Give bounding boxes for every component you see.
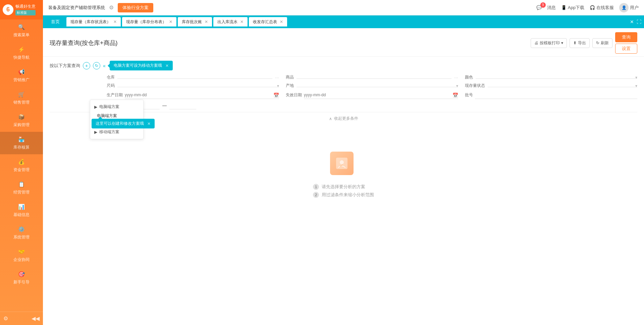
- expire-date-input[interactable]: [304, 91, 458, 99]
- warehouse-dots-icon[interactable]: ···: [275, 75, 279, 80]
- tab-close-icon[interactable]: ✕: [169, 19, 172, 24]
- tab-close-icon[interactable]: ✕: [205, 19, 208, 24]
- tab-close-icon[interactable]: ✕: [240, 19, 244, 24]
- sidebar-item-sales[interactable]: 🛒 销售管理: [0, 87, 43, 109]
- collapse-sidebar-icon[interactable]: ◀◀: [32, 315, 40, 322]
- sidebar-item-operations[interactable]: 📋 经营管理: [0, 177, 43, 199]
- tab-close-icon[interactable]: ✕: [113, 19, 117, 24]
- scheme-mobile-expand-icon: ▶: [94, 130, 97, 134]
- tab-expand-icon[interactable]: ⛶: [637, 19, 641, 24]
- expire-date-calendar-icon[interactable]: 📅: [452, 93, 458, 98]
- export-button[interactable]: ⬆ 导出: [570, 38, 590, 48]
- filter-add-button[interactable]: +: [83, 62, 90, 69]
- quicknav-icon: ⚡: [18, 46, 25, 53]
- inventory-icon: 🏪: [18, 136, 25, 143]
- filter-bottom-row: 现存量（主） —: [107, 102, 637, 112]
- system-icon: ⚙️: [18, 226, 25, 233]
- top-header: 装备及固定资产辅助管理系统 ⚙ 体验行业方案 💬 9 消息 📱 App下载 🎧 …: [43, 0, 644, 15]
- refresh-label: 刷新: [601, 40, 609, 46]
- sidebar-item-purchase[interactable]: 📦 采购管理: [0, 109, 43, 132]
- origin-dropdown-icon: ▾: [456, 84, 458, 88]
- sidebar-item-system[interactable]: ⚙️ 系统管理: [0, 222, 43, 244]
- print-icon: 🖨: [534, 41, 538, 45]
- sidebar-item-quicknav[interactable]: ⚡ 快捷导航: [0, 42, 43, 64]
- sidebar-item-label: 基础信息: [13, 212, 30, 218]
- stock-max-input[interactable]: [169, 102, 196, 109]
- sidebar-item-label: 营销推广: [13, 77, 30, 83]
- stock-status-dropdown-icon: ▾: [635, 84, 637, 88]
- system-settings-icon[interactable]: ⚙: [109, 4, 114, 11]
- scheme-edit-tooltip: 这里可以创建和修改方案哦 ✕: [92, 119, 155, 128]
- guide-icon: 🎯: [18, 271, 25, 278]
- tooltip2-close[interactable]: ✕: [147, 121, 151, 126]
- scheme-pc-header[interactable]: ▶ 电脑端方案: [90, 103, 143, 111]
- app-download-action[interactable]: 📱 App下载: [561, 5, 584, 11]
- sidebar-item-finance[interactable]: 💰 资金管理: [0, 154, 43, 177]
- sidebar-item-label: 经营管理: [13, 189, 30, 195]
- scheme-mobile-header[interactable]: ▶ 移动端方案: [90, 128, 143, 136]
- empty-state: 1 请先选择要分析的方案 2 用过滤条件来缩小分析范围: [43, 125, 644, 225]
- tab-batch-account[interactable]: 库存批次账 ✕: [178, 17, 212, 26]
- filter-refresh-button[interactable]: ↻: [93, 62, 100, 69]
- batch-input[interactable]: [475, 91, 637, 99]
- messages-action[interactable]: 💬 9 消息: [536, 5, 556, 11]
- phone-icon: 📱: [561, 5, 567, 10]
- collapse-up-icon: ∧: [329, 116, 332, 121]
- refresh-button[interactable]: ↻ 刷新: [592, 38, 612, 48]
- experience-button[interactable]: 体验行业方案: [118, 3, 153, 12]
- system-name: 装备及固定资产辅助管理系统: [48, 5, 105, 11]
- color-dropdown-icon: ▾: [635, 75, 637, 80]
- query-button[interactable]: 查询: [615, 32, 637, 42]
- sidebar-item-marketing[interactable]: 📢 营销推广: [0, 64, 43, 87]
- user-label: 用户: [630, 5, 639, 11]
- tooltip2-text: 这里可以创建和修改方案哦: [96, 121, 144, 126]
- sidebar-bottom: ⚙ ◀◀: [0, 312, 43, 325]
- sidebar-item-label: 库存核算: [13, 145, 30, 150]
- tab-label: 库存批次账: [182, 19, 202, 25]
- sidebar-logo[interactable]: 6 畅通好生意 标准版: [0, 0, 43, 19]
- tooltip1-close[interactable]: ✕: [165, 63, 169, 68]
- filter-row-2: 尺码 ▾ 产地 ▾: [107, 83, 637, 91]
- tab-summary[interactable]: 收发存汇总表 ✕: [249, 17, 287, 26]
- stock-status-label: 现存量状态: [465, 83, 485, 89]
- sidebar-item-basic-info[interactable]: 📊 基础信息: [0, 199, 43, 222]
- tab-home[interactable]: 首页: [46, 15, 65, 28]
- produce-date-calendar-icon[interactable]: 📅: [273, 93, 279, 98]
- tab-label: 收发存汇总表: [253, 19, 277, 25]
- brand-badge: 标准版: [15, 10, 36, 15]
- export-label: 导出: [578, 40, 586, 46]
- sidebar: 6 畅通好生意 标准版 🔍 搜索菜单 ⚡ 快捷导航 📢 营销推广 🛒 销售管理 …: [0, 0, 43, 325]
- settings-bottom-icon[interactable]: ⚙: [3, 315, 8, 322]
- user-action[interactable]: 👤 用户: [619, 3, 639, 12]
- scheme-pc-label: 电脑端方案: [99, 104, 119, 110]
- print-button[interactable]: 🖨 按模板打印 ▾: [531, 38, 567, 48]
- goods-dots-icon[interactable]: ···: [454, 75, 458, 80]
- sidebar-item-collaboration[interactable]: 🤝 企业协同: [0, 244, 43, 267]
- basic-info-icon: 📊: [18, 203, 25, 211]
- tab-close-all-icon[interactable]: ✕: [630, 19, 634, 24]
- sidebar-item-search[interactable]: 🔍 搜索菜单: [0, 19, 43, 42]
- sidebar-item-inventory[interactable]: 🏪 库存核算: [0, 132, 43, 154]
- sidebar-item-label: 资金管理: [13, 167, 30, 173]
- scheme-expand-icon: ▶: [94, 105, 97, 109]
- scheme-mobile-label: 移动端方案: [99, 129, 119, 135]
- tip2-text: 用过滤条件来缩小分析范围: [322, 192, 374, 198]
- avatar: 👤: [619, 3, 629, 12]
- color-label: 颜色: [465, 74, 473, 80]
- online-support-action[interactable]: 🎧 在线客服: [590, 5, 614, 11]
- produce-date-field: 生产日期 📅: [107, 91, 279, 99]
- tab-in-out-flow[interactable]: 出入库流水 ✕: [213, 17, 248, 26]
- tab-inventory-status[interactable]: 现存量（库存状况表） ✕: [66, 17, 121, 26]
- tab-label: 出入库流水: [217, 19, 237, 25]
- sidebar-item-label: 销售管理: [13, 100, 30, 105]
- brand-name: 畅通好生意: [15, 4, 36, 9]
- filter-back-button[interactable]: «: [103, 63, 106, 68]
- empty-tips: 1 请先选择要分析的方案 2 用过滤条件来缩小分析范围: [313, 184, 374, 198]
- tab-end-buttons: ✕ ⛶: [630, 19, 641, 24]
- produce-date-input[interactable]: [125, 91, 279, 99]
- export-icon: ⬆: [573, 41, 577, 45]
- tab-close-icon[interactable]: ✕: [280, 19, 283, 24]
- tab-inventory-distribution[interactable]: 现存量（库存分布表） ✕: [122, 17, 176, 26]
- sidebar-item-guide[interactable]: 🎯 新手引导: [0, 267, 43, 289]
- set-button[interactable]: 设置: [615, 44, 637, 54]
